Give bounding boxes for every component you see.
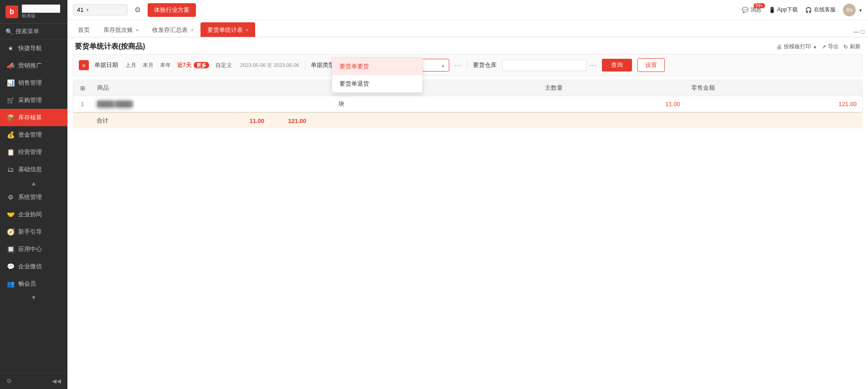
type-dropdown: 要货单要货 要货单退货 — [332, 57, 423, 93]
filter-divider — [305, 61, 305, 70]
tab-label: 要货单统计表 — [207, 26, 243, 34]
tab-receive-summary[interactable]: 收发存汇总表 — [145, 22, 200, 37]
guide-icon: 🧭 — [6, 228, 15, 235]
sidebar-item-label: 资金管理 — [18, 131, 42, 139]
last7-label: 近7天 — [177, 62, 191, 68]
sidebar-item-basic-info[interactable]: 🗂 基础信息 — [0, 161, 67, 178]
filter-expand-btn[interactable] — [79, 60, 89, 70]
date-btn-custom[interactable]: 自定义 — [214, 61, 234, 70]
marketing-icon: 📣 — [6, 62, 15, 69]
warehouse-input[interactable] — [502, 60, 587, 71]
tab-label: 库存批次账 — [103, 26, 133, 34]
sidebar-search[interactable]: 🔍 搜索菜单 — [0, 24, 67, 40]
col-quantity: 主数量 — [539, 80, 686, 96]
sidebar-item-label: 营销推广 — [18, 61, 42, 70]
app-download-label: App下载 — [777, 6, 798, 14]
sidebar-item-label: 快捷导航 — [18, 44, 42, 52]
sidebar-scroll-up[interactable]: ▲ — [0, 178, 67, 189]
message-badge: 99+ — [754, 3, 765, 8]
warehouse-more-btn[interactable]: ··· — [590, 61, 596, 70]
tab-close-inventory-batch[interactable] — [136, 27, 139, 33]
tab-close-receive-summary[interactable] — [190, 27, 193, 33]
query-btn[interactable]: 查询 — [602, 59, 632, 72]
tabs-minimize[interactable]: — — [853, 28, 859, 35]
sidebar-item-label: 新手引导 — [18, 228, 42, 236]
sidebar-item-purchase[interactable]: 🛒 采购管理 — [0, 92, 67, 109]
sidebar-item-label: 系统管理 — [18, 193, 42, 201]
app-logo-icon: b — [5, 5, 18, 18]
sidebar-item-sales[interactable]: 📊 销售管理 — [0, 74, 67, 92]
sidebar-logo: b 畅捷通好生意 标准版 — [0, 0, 67, 24]
refresh-icon: ↻ — [843, 44, 848, 50]
page-title: 要货单统计表(按商品) — [75, 42, 145, 51]
avatar-text: Rit — [846, 7, 852, 13]
sidebar-item-inventory[interactable]: 📦 库存核算 — [0, 109, 67, 126]
tab-inventory-batch[interactable]: 库存批次账 — [97, 22, 145, 37]
topbar-left: 41 体验行业方案 — [73, 3, 738, 17]
trial-btn[interactable]: 体验行业方案 — [148, 3, 196, 17]
col-amount: 零售金额 — [686, 80, 862, 96]
topbar-settings-btn[interactable] — [131, 4, 144, 16]
date-shortcuts: 上月 本月 本年 近7天 更多 自定义 — [123, 61, 234, 70]
sidebar-item-operations[interactable]: 📋 经营管理 — [0, 143, 67, 161]
warehouse-field: ··· — [502, 60, 596, 71]
sidebar-item-label: 畅会员 — [18, 280, 36, 288]
date-btn-this-year[interactable]: 本年 — [158, 61, 173, 70]
main-content: 41 体验行业方案 💬 消息 99+ 📱 App下载 🎧 在线客服 — [67, 0, 868, 389]
table-settings-btn[interactable]: 设置 — [637, 58, 665, 72]
online-service-btn[interactable]: 🎧 在线客服 — [805, 6, 836, 14]
app-center-icon: 🔲 — [6, 246, 15, 253]
sidebar-item-app-center[interactable]: 🔲 应用中心 — [0, 241, 67, 258]
print-btn[interactable]: 🖨 按模板打印 — [776, 43, 817, 51]
date-btn-prev-month[interactable]: 上月 — [123, 61, 138, 70]
sidebar-item-finance[interactable]: 💰 资金管理 — [0, 126, 67, 143]
expand-icon — [82, 61, 86, 69]
filter-bar: 单据日期 上月 本月 本年 近7天 更多 自定义 2023-05-06 至 20… — [73, 54, 863, 76]
quick-nav-icon: ★ — [6, 45, 15, 52]
dropdown-item-order-return[interactable]: 要货单退货 — [332, 75, 422, 92]
page-header-actions: 🖨 按模板打印 ↗ 导出 ↻ 刷新 — [776, 43, 861, 51]
headset-icon: 🎧 — [805, 7, 812, 13]
sidebar-scroll-down[interactable]: ▼ — [0, 292, 67, 303]
export-btn[interactable]: ↗ 导出 — [822, 43, 839, 51]
sidebar-item-guide[interactable]: 🧭 新手引导 — [0, 223, 67, 241]
inventory-icon: 📦 — [6, 114, 15, 121]
product-name-blurred: ████ ████ — [97, 101, 134, 107]
col-product: 商品 — [92, 80, 333, 96]
sidebar-item-label: 基础信息 — [18, 165, 42, 174]
print-label: 按模板打印 — [784, 43, 811, 51]
tab-home[interactable]: 首页 — [71, 22, 97, 37]
sidebar: b 畅捷通好生意 标准版 🔍 搜索菜单 ★ 快捷导航 📣 营销推广 📊 销售管理… — [0, 0, 67, 389]
total-quantity: 11.00 — [233, 118, 270, 124]
tabs-bar: 首页 库存批次账 收发存汇总表 要货单统计表 — □ — [67, 20, 868, 37]
sidebar-item-quick-nav[interactable]: ★ 快捷导航 — [0, 40, 67, 57]
filter-more-btn[interactable]: ··· — [455, 61, 462, 70]
tab-close-order-stats[interactable] — [246, 27, 248, 33]
refresh-btn[interactable]: ↻ 刷新 — [843, 43, 861, 51]
col-settings[interactable] — [73, 80, 92, 96]
dropdown-item-order-goods[interactable]: 要货单要货 — [332, 58, 422, 75]
sidebar-bottom[interactable]: ⚙ ◀◀ — [0, 373, 67, 389]
sidebar-settings-icon: ⚙ — [6, 378, 12, 384]
company-selector[interactable]: 41 — [73, 4, 128, 15]
wechat-icon: 💬 — [6, 263, 15, 270]
app-download-btn[interactable]: 📱 App下载 — [769, 6, 798, 14]
date-btn-this-month[interactable]: 本月 — [141, 61, 155, 70]
sidebar-item-label: 应用中心 — [18, 245, 42, 253]
tab-order-stats[interactable]: 要货单统计表 — [200, 22, 255, 37]
type-select-arrow — [441, 62, 445, 68]
sidebar-item-system[interactable]: ⚙ 系统管理 — [0, 189, 67, 206]
sidebar-item-wechat[interactable]: 💬 企业微信 — [0, 258, 67, 275]
date-btn-last7[interactable]: 近7天 更多 — [175, 61, 211, 70]
sidebar-item-enterprise[interactable]: 🤝 企业协同 — [0, 206, 67, 223]
tabs-maximize[interactable]: □ — [861, 28, 864, 35]
sidebar-item-label: 企业协同 — [18, 210, 42, 219]
tab-label: 收发存汇总表 — [152, 26, 188, 34]
avatar-area[interactable]: Rit — [843, 4, 863, 16]
message-btn[interactable]: 💬 消息 99+ — [742, 6, 761, 14]
print-icon: 🖨 — [776, 44, 782, 50]
row-quantity: 11.00 — [539, 96, 686, 112]
sidebar-item-marketing[interactable]: 📣 营销推广 — [0, 57, 67, 74]
sidebar-item-members[interactable]: 👥 畅会员 — [0, 275, 67, 292]
finance-icon: 💰 — [6, 131, 15, 138]
